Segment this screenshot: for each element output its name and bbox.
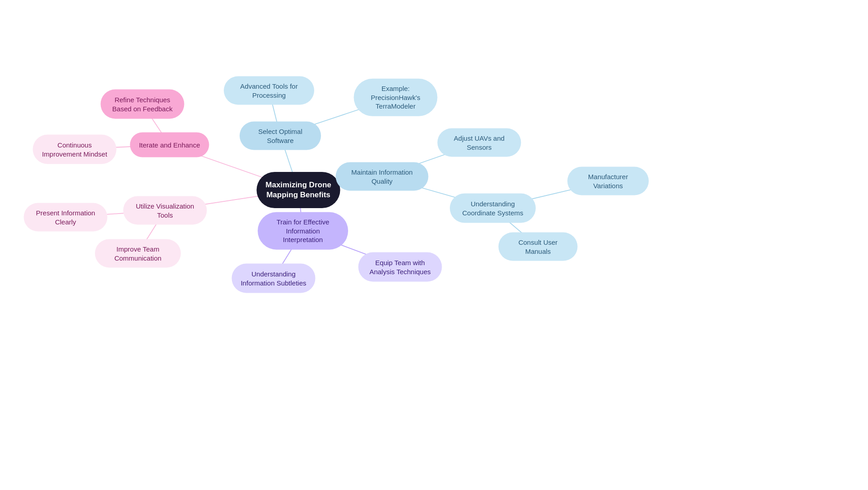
utilize-viz-node[interactable]: Utilize Visualization Tools xyxy=(123,196,207,225)
select-software-node[interactable]: Select Optimal Software xyxy=(240,122,321,150)
consult-manuals-node[interactable]: Consult User Manuals xyxy=(499,233,578,261)
mind-map-container: Maximizing Drone Mapping BenefitsSelect … xyxy=(0,0,868,490)
coord-systems-node[interactable]: Understanding Coordinate Systems xyxy=(450,194,536,223)
continuous-mindset-node[interactable]: Continuous Improvement Mindset xyxy=(33,135,117,164)
adjust-uavs-node[interactable]: Adjust UAVs and Sensors xyxy=(438,128,521,157)
manufacturer-node[interactable]: Manufacturer Variations xyxy=(567,167,649,195)
advanced-tools-node[interactable]: Advanced Tools for Processing xyxy=(224,76,314,105)
info-subtleties-node[interactable]: Understanding Information Subtleties xyxy=(232,264,316,293)
refine-techniques-node[interactable]: Refine Techniques Based on Feedback xyxy=(101,90,184,119)
improve-comm-node[interactable]: Improve Team Communication xyxy=(95,239,181,268)
equip-team-node[interactable]: Equip Team with Analysis Techniques xyxy=(359,252,442,282)
maintain-quality-node[interactable]: Maintain Information Quality xyxy=(336,162,429,191)
present-info-node[interactable]: Present Information Clearly xyxy=(24,203,108,232)
center-node[interactable]: Maximizing Drone Mapping Benefits xyxy=(257,172,340,208)
train-effective-node[interactable]: Train for Effective Information Interpre… xyxy=(258,212,348,250)
iterate-enhance-node[interactable]: Iterate and Enhance xyxy=(130,133,209,157)
precisionhawk-node[interactable]: Example: PrecisionHawk's TerraModeler xyxy=(354,79,438,116)
